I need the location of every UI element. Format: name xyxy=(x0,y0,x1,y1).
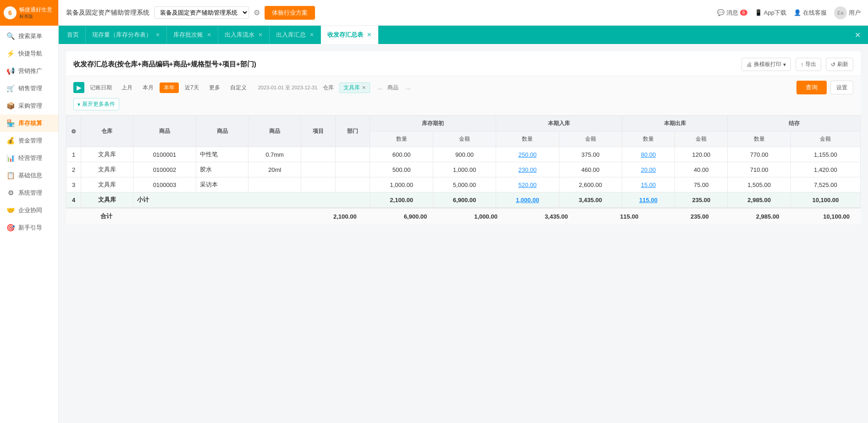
filter-date-options: 上月 本月 本年 近7天 更多 自定义 xyxy=(117,82,251,93)
date-btn-7days[interactable]: 近7天 xyxy=(181,82,203,93)
table-row: 1 文具库 0100001 中性笔 0.7mm 600.00 900.00 25… xyxy=(66,147,861,162)
nav-icon-finance: 💰 xyxy=(6,137,15,145)
row-out-qty[interactable]: 20.00 xyxy=(622,162,674,177)
sidebar-logo: 6 畅捷通好生意 标准版 xyxy=(0,0,58,26)
system-select[interactable]: 装备及固定资产辅助管理系统 xyxy=(154,6,249,19)
user-menu[interactable]: Ea 用户 xyxy=(834,6,861,19)
row-in-amt: 375.00 xyxy=(559,147,622,162)
sidebar-item-system[interactable]: ⚙系统管理 xyxy=(0,184,58,202)
date-btn-this-year[interactable]: 本年 xyxy=(160,82,179,93)
tab-batch[interactable]: 库存批次账✕ xyxy=(167,26,218,44)
sidebar-item-collab[interactable]: 🤝企业协同 xyxy=(0,202,58,219)
sidebar-item-sales[interactable]: 🛒销售管理 xyxy=(0,80,58,97)
main-area: 装备及固定资产辅助管理系统 装备及固定资产辅助管理系统 ⚙ 体验行业方案 💬 消… xyxy=(59,0,868,423)
tab-inout-summary[interactable]: 出入库汇总✕ xyxy=(270,26,321,44)
subtotal-open-qty: 2,100.00 xyxy=(370,192,433,208)
col-in-amt: 金额 xyxy=(559,132,622,147)
app-download-btn[interactable]: 📱 App下载 xyxy=(755,9,786,17)
gear-icon[interactable]: ⚙ xyxy=(254,8,260,17)
date-btn-this-month[interactable]: 本月 xyxy=(138,82,158,93)
trial-button[interactable]: 体验行业方案 xyxy=(265,6,315,20)
sidebar-item-search[interactable]: 🔍搜索菜单 xyxy=(0,27,58,45)
row-spec: 0.7mm xyxy=(248,147,301,162)
row-open-amt: 5,000.00 xyxy=(433,177,496,192)
col-group-in: 本期入库 xyxy=(496,116,622,132)
tab-global-close[interactable]: ✕ xyxy=(849,31,866,39)
tabbar: 首页现存量（库存分布表）✕库存批次账✕出入库流水✕出入库汇总✕收发存汇总表✕✕ xyxy=(59,26,868,44)
logo-icon: 6 xyxy=(4,6,17,19)
sidebar-item-inventory[interactable]: 🏪库存核算 xyxy=(0,115,58,132)
topbar: 装备及固定资产辅助管理系统 装备及固定资产辅助管理系统 ⚙ 体验行业方案 💬 消… xyxy=(59,0,868,26)
footer-close-amt: 10,100.00 xyxy=(783,213,853,220)
row-in-qty[interactable]: 250.00 xyxy=(496,147,559,162)
row-spec xyxy=(248,177,301,192)
message-btn[interactable]: 💬 消息 6 xyxy=(717,9,747,17)
date-btn-custom[interactable]: 自定义 xyxy=(226,82,251,93)
refresh-icon: ↺ xyxy=(831,61,835,68)
tab-close-receive-summary[interactable]: ✕ xyxy=(367,32,371,38)
date-btn-more[interactable]: 更多 xyxy=(205,82,224,93)
footer-close-qty: 2,985.00 xyxy=(713,213,783,220)
col-opening-amt: 金额 xyxy=(433,132,496,147)
product-dots[interactable]: ... xyxy=(406,84,410,91)
tab-close-batch[interactable]: ✕ xyxy=(207,32,211,38)
tab-receive-summary[interactable]: 收发存汇总表✕ xyxy=(321,26,378,44)
page-header-actions: 🖨 换模板打印 ▾ ↑ 导出 ↺ 刷新 xyxy=(741,58,853,71)
row-open-qty: 1,000.00 xyxy=(370,177,433,192)
page-header: 收发存汇总表(按仓库+商品编码+商品+规格型号+项目+部门) 🖨 换模板打印 ▾… xyxy=(66,51,861,76)
row-open-amt: 1,000.00 xyxy=(433,162,496,177)
tab-label-batch: 库存批次账 xyxy=(173,31,203,39)
col-header-project: 项目 xyxy=(301,116,336,147)
export-icon: ↑ xyxy=(801,61,803,68)
row-no: 1 xyxy=(66,147,81,162)
sidebar-item-operations[interactable]: 📊经营管理 xyxy=(0,149,58,167)
nav-icon-collab: 🤝 xyxy=(6,206,15,214)
template-icon: 🖨 xyxy=(746,61,752,68)
warehouse-dots[interactable]: ... xyxy=(377,84,382,91)
subtotal-no: 4 xyxy=(66,192,81,208)
row-close-qty: 770.00 xyxy=(728,147,791,162)
table-footer: 合计 2,100.00 6,900.00 1,000.00 3,435.00 1… xyxy=(66,208,861,224)
warehouse-filter-tag[interactable]: 文具库 ✕ xyxy=(339,82,370,93)
tab-home[interactable]: 首页 xyxy=(61,26,86,44)
sidebar-item-newbie[interactable]: 🎯新手引导 xyxy=(0,219,58,236)
sidebar-item-marketing[interactable]: 📢营销推广 xyxy=(0,62,58,80)
nav-icon-basic: 📋 xyxy=(6,171,15,180)
sidebar-item-basic[interactable]: 📋基础信息 xyxy=(0,167,58,184)
tab-inventory-dist[interactable]: 现存量（库存分布表）✕ xyxy=(86,26,167,44)
row-in-qty[interactable]: 230.00 xyxy=(496,162,559,177)
row-dept xyxy=(336,177,370,192)
sidebar-item-finance[interactable]: 💰资金管理 xyxy=(0,132,58,149)
sidebar-item-purchase[interactable]: 📦采购管理 xyxy=(0,97,58,115)
refresh-button[interactable]: ↺ 刷新 xyxy=(826,58,853,71)
nav-icon-quick: ⚡ xyxy=(6,49,15,58)
date-btn-last-month[interactable]: 上月 xyxy=(117,82,137,93)
message-badge: 6 xyxy=(740,10,747,16)
query-button[interactable]: 查询 xyxy=(796,81,827,94)
tab-close-inventory-dist[interactable]: ✕ xyxy=(155,32,160,38)
table-settings-icon[interactable]: ⚙ xyxy=(66,116,81,147)
row-out-qty[interactable]: 80.00 xyxy=(622,147,674,162)
tab-inout-flow[interactable]: 出入库流水✕ xyxy=(218,26,270,44)
col-header-code: 商品 xyxy=(133,116,196,147)
template-print-button[interactable]: 🖨 换模板打印 ▾ xyxy=(741,58,791,71)
export-button[interactable]: ↑ 导出 xyxy=(796,58,821,71)
footer-open-amt: 6,900.00 xyxy=(360,213,431,220)
online-service-btn[interactable]: 👤 在线客服 xyxy=(794,9,827,17)
subtotal-in-qty[interactable]: 1,000.00 xyxy=(496,192,559,208)
subtotal-out-qty[interactable]: 115.00 xyxy=(622,192,674,208)
footer-out-qty: 115.00 xyxy=(572,213,642,220)
row-out-qty[interactable]: 15.00 xyxy=(622,177,674,192)
col-closing-amt: 金额 xyxy=(791,132,860,147)
row-in-qty[interactable]: 520.00 xyxy=(496,177,559,192)
expand-conditions-button[interactable]: ▾ 展开更多条件 xyxy=(73,98,119,110)
settings-button[interactable]: 设置 xyxy=(830,81,853,94)
topbar-left: 装备及固定资产辅助管理系统 装备及固定资产辅助管理系统 ⚙ 体验行业方案 xyxy=(66,6,315,20)
tab-close-inout-summary[interactable]: ✕ xyxy=(310,32,314,38)
row-name: 采访本 xyxy=(196,177,249,192)
sidebar-item-quick[interactable]: ⚡快捷导航 xyxy=(0,45,58,62)
collapse-arrow[interactable]: ▶ xyxy=(73,82,84,93)
tab-close-inout-flow[interactable]: ✕ xyxy=(258,32,263,38)
warehouse-tag-close[interactable]: ✕ xyxy=(362,85,366,91)
nav-label-operations: 经营管理 xyxy=(18,154,42,162)
